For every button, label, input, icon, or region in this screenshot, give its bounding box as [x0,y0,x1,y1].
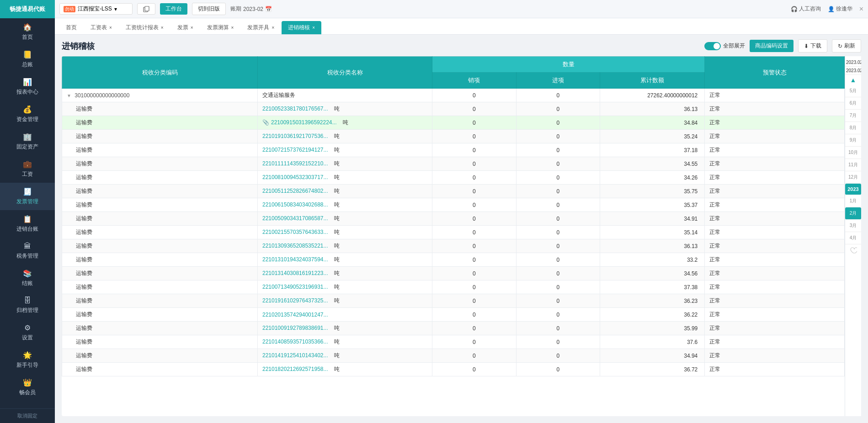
table-row: 运输费 22101408593571035366... 吨 0 0 37.6 正… [62,335,845,349]
row-status: 正常 [705,363,845,376]
support-label[interactable]: 🎧 人工咨询 [791,5,821,13]
sidebar-item-reports[interactable]: 📊 报表中心 [0,73,55,100]
switch-old-button[interactable]: 切到旧版 [192,3,226,15]
copy-button[interactable] [137,3,155,15]
tab-home[interactable]: 首页 [59,21,83,34]
goods-setting-button[interactable]: 商品编码设置 [750,40,793,52]
row-status: 正常 [705,267,845,280]
row-status: 正常 [705,171,845,185]
row-status: 正常 [705,185,845,198]
sidebar-item-funds[interactable]: 💰 资金管理 [0,100,55,128]
sidebar-item-invoice-mgmt[interactable]: 🧾 发票管理 [0,183,55,210]
month-9[interactable]: 9月 [845,134,861,147]
tab-label: 工资表 [91,24,107,32]
row-code: 运输费 [62,212,258,226]
sidebar-item-ledger[interactable]: 📒 总账 [0,46,55,73]
tab-close-icon[interactable]: × [161,25,164,30]
period-label: 账期 2023-02 📅 [230,5,272,13]
table-row: 运输费 22100615083403402688... 吨 0 0 35.37 … [62,198,845,212]
row-cumulative: 34.55 [600,157,704,171]
sidebar-item-label: 新手引导 [16,361,38,369]
year-2023[interactable]: 2023 [845,184,861,195]
sidebar-item-archive[interactable]: 🗄 归档管理 [0,292,55,319]
row-purchase: 0 [516,89,600,102]
unpin-label: 取消固定 [17,412,37,419]
tab-close-icon[interactable]: × [312,25,315,30]
right-panel: 2023.02 2023.02 ▲ 5月 6月 7月 8月 9月 10月 11月… [845,56,861,416]
row-purchase: 0 [516,212,600,226]
month-2-current[interactable]: 2月 [845,207,861,220]
refresh-icon: ↻ [838,43,842,49]
tab-payroll-table[interactable]: 工资表 × [84,21,118,34]
month-3[interactable]: 3月 [845,220,861,232]
sidebar-item-closing[interactable]: 📚 结账 [0,264,55,292]
tab-close-icon[interactable]: × [191,25,193,30]
calendar-icon[interactable]: 📅 [265,6,272,12]
th-cumulative: 累计数额 [600,73,704,89]
close-button[interactable]: × [859,5,863,13]
toggle-switch[interactable] [704,42,721,50]
refresh-button[interactable]: ↻ 刷新 [832,39,861,53]
tabs-bar: 首页 工资表 × 工资统计报表 × 发票 × 发票测算 × 发票开具 × 进销稽… [55,18,868,35]
reports-icon: 📊 [23,78,32,86]
tab-close-icon[interactable]: × [109,25,112,30]
month-11[interactable]: 11月 [845,159,861,171]
month-6[interactable]: 6月 [845,97,861,110]
sidebar-item-payroll[interactable]: 💼 工资 [0,155,55,183]
tab-invoice-calc[interactable]: 发票测算 × [201,21,240,34]
row-status: 正常 [705,253,845,267]
workbench-button[interactable]: 工作台 [160,3,187,15]
row-cumulative: 34.56 [600,267,704,280]
sidebar-item-assets[interactable]: 🏢 固定资产 [0,128,55,155]
row-sale: 0 [432,239,516,253]
sidebar-item-settings[interactable]: ⚙ 设置 [0,319,55,346]
sidebar-item-home[interactable]: 🏠 首页 [0,18,55,46]
month-12[interactable]: 12月 [845,171,861,184]
sidebar-item-guide[interactable]: 🌟 新手引导 [0,346,55,374]
table-row: 运输费 22100509034317086587... 吨 0 0 34.91 … [62,212,845,226]
download-button[interactable]: ⬇ 下载 [798,39,827,53]
tax-icon: 🏛 [24,242,31,250]
toggle-all-control[interactable]: 全部展开 [704,42,745,50]
month-5[interactable]: 5月 [845,85,861,97]
scroll-up-icon[interactable]: ▲ [849,75,858,85]
row-status: 正常 [705,130,845,143]
tab-close-icon[interactable]: × [231,25,234,30]
expand-icon[interactable]: ▼ [67,93,71,98]
row-purchase: 0 [516,116,600,130]
tab-close-icon[interactable]: × [272,25,274,30]
sidebar-item-tax[interactable]: 🏛 税务管理 [0,238,55,264]
tab-sales-verify[interactable]: 进销稽核 × [282,21,321,34]
row-sale: 0 [432,253,516,267]
sidebar-item-purchase-ledger[interactable]: 📋 进销台账 [0,210,55,238]
funds-icon: 💰 [23,105,32,114]
user-area[interactable]: 👤 徐逢华 [828,5,852,13]
sidebar-unpin[interactable]: 取消固定 [0,408,55,423]
row-code: 运输费 [62,349,258,363]
month-4[interactable]: 4月 [845,232,861,244]
table-row: 运输费 22100713490523196931... 吨 0 0 37.38 … [62,280,845,294]
heart-icon[interactable] [850,247,857,254]
month-8[interactable]: 8月 [845,122,861,134]
row-status: 正常 [705,239,845,253]
table-row: 运输费 22101314030816191223... 吨 0 0 34.56 … [62,267,845,280]
sidebar-item-vip[interactable]: 👑 畅会员 [0,374,55,401]
sidebar-item-label: 进销台账 [16,225,38,233]
row-cumulative: 37.18 [600,143,704,157]
row-purchase: 0 [516,294,600,308]
tab-invoice[interactable]: 发票 × [171,21,200,34]
main-area: 勿动 江西报宝-LSS ▾ 工作台 切到旧版 账期 2023-02 📅 🎧 人工… [55,0,868,423]
tab-invoice-issue[interactable]: 发票开具 × [241,21,281,34]
company-selector[interactable]: 勿动 江西报宝-LSS ▾ [59,3,133,15]
attachment-icon[interactable]: 📎 [262,119,269,126]
row-code: 运输费 [62,322,258,335]
row-sale: 0 [432,322,516,335]
row-invoice-code: 22100523381780176567... 吨 [258,102,432,116]
sidebar-item-label: 设置 [22,334,33,342]
tab-payroll-report[interactable]: 工资统计报表 × [119,21,170,34]
month-1[interactable]: 1月 [845,195,861,207]
month-10[interactable]: 10月 [845,147,861,159]
row-invoice-code: 22101419125410143402... 吨 [258,349,432,363]
row-invoice-code: 22100615083403402688... 吨 [258,198,432,212]
month-7[interactable]: 7月 [845,110,861,122]
